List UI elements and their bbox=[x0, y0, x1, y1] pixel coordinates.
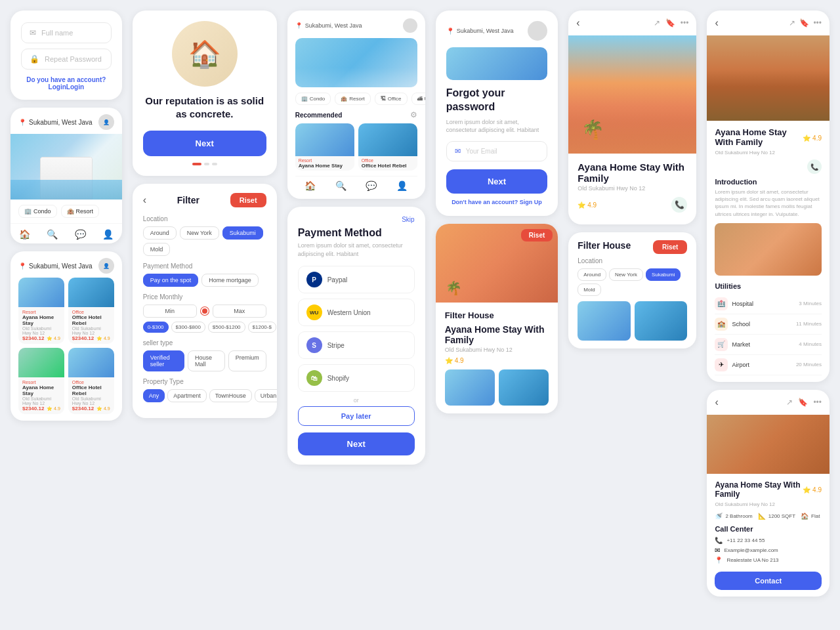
wu-option[interactable]: WU Western Union bbox=[298, 299, 415, 326]
bookmark-icon-2[interactable]: 🔖 bbox=[798, 398, 808, 407]
filter-house-button[interactable]: Riset bbox=[521, 229, 553, 242]
price-max-input[interactable]: Max bbox=[213, 304, 266, 318]
cat-office[interactable]: 🏗 Office bbox=[375, 93, 408, 105]
detail-name: Ayana Home Stay With Family bbox=[445, 324, 549, 345]
listing-type-1: Resort bbox=[22, 310, 60, 314]
payment-next-button[interactable]: Next bbox=[298, 432, 415, 455]
tag-any[interactable]: Any bbox=[143, 389, 165, 402]
rec-card-1[interactable]: Resort Ayana Home Stay bbox=[295, 123, 354, 171]
password-input[interactable]: 🔒 Repeat Password bbox=[21, 49, 112, 70]
search-nav-2[interactable]: 🔍 bbox=[335, 180, 346, 191]
location-2: 📍 Sukabumi, West Java bbox=[18, 262, 93, 270]
more-icon-3[interactable]: ••• bbox=[813, 398, 822, 407]
share-icon-2[interactable]: ↗ bbox=[789, 18, 795, 28]
airport-name: Airport bbox=[732, 362, 749, 368]
tag-housemall[interactable]: House Mall bbox=[188, 350, 225, 371]
search-nav-icon[interactable]: 🔍 bbox=[47, 229, 58, 240]
profile-nav-icon[interactable]: 👤 bbox=[102, 229, 114, 240]
paypal-option[interactable]: P Paypal bbox=[298, 266, 415, 293]
next-button[interactable]: Next bbox=[143, 131, 266, 156]
tag-premium[interactable]: Premium bbox=[228, 350, 266, 371]
tag-spot[interactable]: Pay on the spot bbox=[143, 274, 199, 287]
tag-mortgage[interactable]: Home mortgage bbox=[201, 274, 259, 287]
thumb-1[interactable] bbox=[445, 369, 495, 406]
chat-nav-icon[interactable]: 💬 bbox=[75, 229, 86, 240]
back-icon-2[interactable]: ‹ bbox=[576, 17, 579, 29]
fullname-input[interactable]: ✉ Full name bbox=[21, 22, 112, 43]
tag-mold[interactable]: Mold bbox=[143, 243, 171, 256]
thumb-2[interactable] bbox=[499, 369, 549, 406]
tag-apartment[interactable]: Apartment bbox=[167, 389, 207, 402]
listing-price-2: $2340.12 bbox=[72, 335, 94, 341]
seller-label: seller type bbox=[143, 339, 266, 346]
list-item[interactable]: Resort Ayana Home Stay Old Sukabumi Hwy … bbox=[18, 348, 64, 414]
detail3-name: Ayana Home Stay With Family bbox=[715, 480, 803, 499]
shopify-option[interactable]: 🛍 Shopify bbox=[298, 364, 415, 392]
email-input[interactable]: ✉ Your Email bbox=[446, 141, 548, 161]
back-icon-4[interactable]: ‹ bbox=[715, 396, 718, 408]
price-tag-2[interactable]: $300-$800 bbox=[171, 322, 205, 333]
address-row: 📍 Realestate UA No 213 bbox=[715, 556, 822, 564]
tag-townhouse[interactable]: TownHouse bbox=[209, 389, 252, 402]
rec-card-2[interactable]: Office Office Hotel Rebel bbox=[358, 123, 417, 171]
price-filter: Price Monthly Min Max 0-$300 $300-$800 $… bbox=[143, 293, 266, 333]
thumb-4[interactable] bbox=[635, 301, 688, 341]
f2-mold[interactable]: Mold bbox=[578, 284, 600, 296]
tag-verified[interactable]: Verified seller bbox=[143, 350, 184, 371]
login-anchor[interactable]: Login bbox=[66, 83, 84, 91]
resort-pill[interactable]: 🏨 Resort bbox=[61, 205, 100, 218]
password-placeholder: Repeat Password bbox=[45, 55, 102, 63]
back-icon-3[interactable]: ‹ bbox=[715, 17, 718, 29]
cat-bottom-nav: 🏠 🔍 💬 👤 bbox=[295, 176, 417, 191]
list-item[interactable]: Office Office Hotel Rebel Old Sukabumi H… bbox=[68, 278, 114, 344]
price-tag-1[interactable]: 0-$300 bbox=[143, 322, 169, 333]
profile-nav-2[interactable]: 👤 bbox=[396, 180, 408, 191]
filter-house-label: Filter House bbox=[445, 310, 494, 320]
list-item[interactable]: Resort Ayana Home Stay Old Sukabumi Hwy … bbox=[18, 278, 64, 344]
cat-urban[interactable]: 🏙 Urban bbox=[411, 93, 425, 105]
forgot-next-button[interactable]: Next bbox=[446, 169, 548, 194]
home-nav-2[interactable]: 🏠 bbox=[304, 180, 316, 191]
phone-btn-2[interactable]: 📞 bbox=[807, 159, 822, 174]
cat-resort[interactable]: 🏨 Resort bbox=[335, 93, 371, 105]
more-icon[interactable]: ••• bbox=[681, 18, 689, 28]
contact-button[interactable]: Contact bbox=[715, 572, 822, 590]
tag-urban[interactable]: Urban bbox=[255, 389, 277, 402]
price-tag-4[interactable]: $1200-$ bbox=[248, 322, 276, 333]
listing-img-1 bbox=[18, 278, 64, 307]
share-icon[interactable]: ↗ bbox=[654, 18, 660, 28]
condo-pill[interactable]: 🏢 Condo bbox=[18, 205, 57, 218]
price-min-input[interactable]: Min bbox=[143, 304, 197, 318]
price-tag-3[interactable]: $500-$1200 bbox=[208, 322, 245, 333]
chat-nav-2[interactable]: 💬 bbox=[366, 180, 377, 191]
hospital-name: Hospital bbox=[732, 301, 753, 307]
home-nav-icon[interactable]: 🏠 bbox=[19, 229, 30, 240]
tag-sukabumi[interactable]: Sukabumi bbox=[222, 226, 263, 240]
pay-later-button[interactable]: Pay later bbox=[298, 406, 415, 426]
stripe-option[interactable]: S Stripe bbox=[298, 331, 415, 359]
list-item[interactable]: Office Office Hotel Rebel Old Sukabumi H… bbox=[68, 348, 114, 414]
signup-anchor[interactable]: Sign Up bbox=[520, 199, 542, 205]
cat-condo[interactable]: 🏢 Condo bbox=[295, 93, 331, 105]
back-icon[interactable]: ‹ bbox=[143, 194, 146, 206]
tag-around[interactable]: Around bbox=[143, 226, 177, 240]
more-icon-2[interactable]: ••• bbox=[813, 18, 822, 28]
bookmark-icon[interactable]: 🔖 bbox=[665, 18, 675, 28]
reset-button-2[interactable]: Riset bbox=[653, 240, 687, 254]
skip-button[interactable]: Skip bbox=[298, 216, 415, 223]
thumb-3[interactable] bbox=[578, 301, 631, 341]
f2-newyork[interactable]: New York bbox=[609, 268, 643, 281]
share-icon-3[interactable]: ↗ bbox=[786, 398, 793, 407]
filter-icon[interactable]: ⚙ bbox=[410, 110, 417, 119]
f2-sukabumi[interactable]: Sukabumi bbox=[646, 268, 681, 281]
resort-icon-2: 🏨 bbox=[341, 96, 347, 102]
auth-card: ✉ Full name 🔒 Repeat Password Do you hav… bbox=[10, 10, 122, 100]
listing-name-4: Office Hotel Rebel bbox=[72, 385, 110, 396]
reset-button[interactable]: Riset bbox=[230, 193, 266, 207]
f2-around[interactable]: Around bbox=[578, 268, 606, 281]
home-header: 📍 Sukabumi, West Java 👤 bbox=[10, 108, 122, 134]
house-thumbnails-2 bbox=[578, 301, 687, 341]
tag-newyork[interactable]: New York bbox=[180, 226, 219, 240]
saved-icon[interactable]: 🔖 bbox=[799, 18, 809, 28]
phone-button[interactable]: 📞 bbox=[671, 197, 687, 213]
